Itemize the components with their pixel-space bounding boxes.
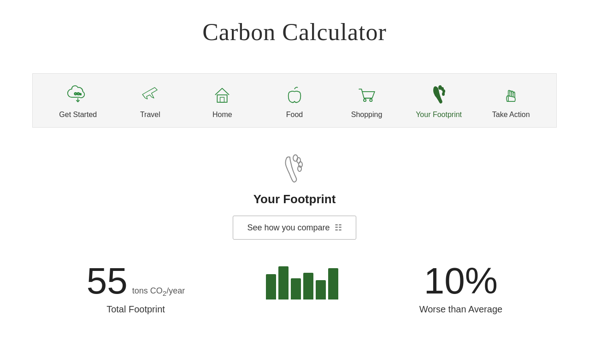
footprint-value: 55 [87, 263, 128, 299]
bar-3 [291, 278, 301, 299]
page-title: Carbon Calculator [0, 0, 589, 73]
section-title: Your Footprint [253, 192, 336, 206]
nav-item-get-started[interactable]: CO₂ Get Started [55, 82, 101, 119]
bar-chart [266, 263, 338, 299]
bar-2 [278, 266, 289, 299]
navigation-bar: CO₂ Get Started Travel Home [32, 73, 557, 128]
svg-point-4 [363, 99, 365, 101]
nav-label-travel: Travel [140, 111, 160, 119]
compare-button-label: See how you compare [247, 223, 330, 233]
nav-label-get-started: Get Started [59, 111, 97, 119]
nav-label-take-action: Take Action [492, 111, 530, 119]
svg-rect-3 [220, 97, 224, 102]
plane-icon [138, 82, 163, 107]
bar-1 [266, 274, 276, 299]
nav-item-food[interactable]: Food [271, 82, 318, 119]
percent-value: 10% [424, 263, 498, 299]
percent-stat: 10% Worse than Average [419, 263, 503, 315]
worse-label: Worse than Average [419, 304, 503, 315]
co2-cloud-icon: CO₂ [65, 82, 90, 107]
bar-4 [303, 273, 313, 299]
bar-5 [316, 280, 326, 299]
svg-rect-2 [218, 95, 227, 102]
bar-chart-block [266, 263, 338, 299]
apple-icon [282, 82, 307, 107]
nav-item-your-footprint[interactable]: Your Footprint [416, 82, 462, 119]
nav-label-home: Home [212, 111, 232, 119]
footprint-label: Total Footprint [106, 304, 165, 315]
footprint-icon [426, 82, 451, 107]
compare-icon: ☷ [335, 223, 342, 233]
house-icon [210, 82, 235, 107]
nav-label-your-footprint: Your Footprint [416, 111, 462, 119]
svg-text:CO₂: CO₂ [74, 92, 82, 96]
footprint-display-icon [276, 151, 313, 188]
svg-point-9 [442, 92, 445, 96]
nav-label-food: Food [286, 111, 303, 119]
cart-icon [354, 82, 379, 107]
nav-item-take-action[interactable]: Take Action [488, 82, 534, 119]
footprint-unit: tons CO2/year [132, 287, 185, 297]
nav-item-shopping[interactable]: Shopping [344, 82, 390, 119]
stats-row: 55 tons CO2/year Total Footprint 10% Wor… [0, 263, 589, 315]
svg-point-5 [370, 99, 372, 101]
hand-icon [499, 82, 524, 107]
bar-6 [328, 268, 338, 299]
nav-item-travel[interactable]: Travel [127, 82, 173, 119]
compare-button[interactable]: See how you compare ☷ [233, 216, 356, 240]
content-area: Your Footprint See how you compare ☷ 55 … [0, 141, 589, 315]
total-footprint-stat: 55 tons CO2/year Total Footprint [87, 263, 185, 315]
nav-label-shopping: Shopping [351, 111, 383, 119]
nav-item-home[interactable]: Home [199, 82, 245, 119]
